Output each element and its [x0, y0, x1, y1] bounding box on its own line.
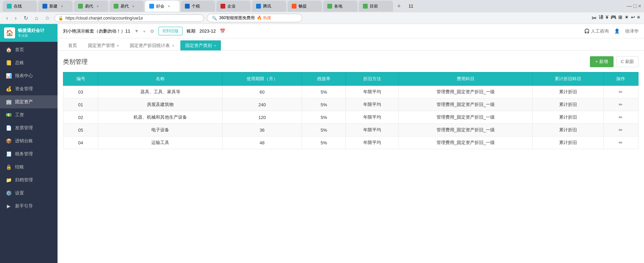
- new-tab-button[interactable]: +: [394, 3, 404, 10]
- maximize-button[interactable]: □: [633, 3, 637, 9]
- tab-fixed-assets-mgmt[interactable]: 固定资产管理 ×: [83, 40, 124, 50]
- edit-icon-3[interactable]: ✏: [619, 127, 623, 133]
- yuan-icon[interactable]: ¥: [606, 14, 608, 22]
- browser-tab-1[interactable]: 在线: [3, 1, 37, 12]
- sidebar-item-funds[interactable]: 💰 资金管理: [0, 82, 58, 95]
- close-window-button[interactable]: ×: [638, 3, 641, 9]
- browser-tab-11[interactable]: 目前: [359, 1, 393, 12]
- payroll-icon: 💵: [5, 112, 12, 118]
- table-row: 02 机器、机械和其他生产设备 120 5% 年限平均 管理费用_固定资产折旧_…: [63, 111, 639, 124]
- sidebar-item-fixed-assets[interactable]: 🏢 固定资产: [0, 95, 58, 108]
- tab-close-depreciation-table[interactable]: ×: [172, 44, 174, 48]
- cell-period-0: 60: [222, 86, 302, 98]
- browser-tab-close-3[interactable]: ×: [97, 4, 99, 8]
- period-label: 账期: [187, 28, 195, 34]
- browser-tab-4[interactable]: 易代 ×: [110, 1, 144, 12]
- undo-icon[interactable]: ↩: [631, 14, 635, 22]
- cell-action-0[interactable]: ✏: [603, 86, 638, 98]
- bookmark-button[interactable]: ☆: [43, 14, 52, 22]
- cell-residual-1: 5%: [302, 98, 346, 111]
- forward-button[interactable]: ›: [13, 14, 18, 22]
- minimize-button[interactable]: —: [627, 3, 632, 9]
- cell-accum-0: 累计折旧: [533, 86, 603, 98]
- browser-tab-2[interactable]: 新建 ×: [38, 1, 73, 12]
- sidebar-item-reports[interactable]: 📊 报表中心: [0, 69, 58, 82]
- cell-action-3[interactable]: ✏: [603, 124, 638, 136]
- tab-close-fixed-assets-mgmt[interactable]: ×: [117, 44, 119, 48]
- home-button[interactable]: ⌂: [33, 14, 40, 22]
- sidebar-item-home[interactable]: 🏠 首页: [0, 43, 58, 56]
- browser-tab-close-4[interactable]: ×: [132, 4, 134, 8]
- header-left: 刘小艳演示账套（勿删勿动！）11 ▼ + ⚙ 切到旧版 账期 2023-12 📅: [63, 27, 225, 35]
- game-icon[interactable]: 🎮: [610, 14, 616, 22]
- edit-icon-2[interactable]: ✏: [619, 115, 623, 120]
- sidebar-item-settings[interactable]: ⚙️ 设置: [0, 187, 58, 200]
- page-tabs-bar: 首页 固定资产管理 × 固定资产折旧统计表 × 固定资产类别 ×: [58, 38, 644, 51]
- cell-code-4[interactable]: 04: [63, 136, 98, 149]
- table-row: 03 器具、工具、家具等 60 5% 年限平均 管理费用_固定资产折旧_一级 累…: [63, 86, 639, 98]
- scissors-icon[interactable]: ✂: [592, 14, 597, 22]
- menu-icon[interactable]: ≡: [637, 14, 640, 22]
- edit-icon-1[interactable]: ✏: [619, 102, 623, 107]
- edit-icon-4[interactable]: ✏: [619, 140, 623, 145]
- tab-close-asset-category[interactable]: ×: [214, 44, 216, 48]
- cell-expense-4: 管理费用_固定资产折旧_一级: [399, 136, 533, 149]
- cell-code-1[interactable]: 01: [63, 98, 98, 111]
- page-title: 类别管理: [63, 58, 88, 66]
- sidebar-item-invoice[interactable]: 📄 发票管理: [0, 121, 58, 134]
- cell-expense-0: 管理费用_固定资产折旧_一级: [399, 86, 533, 98]
- ledger-icon: 📒: [5, 60, 12, 66]
- table-row: 01 房屋及建筑物 240 5% 年限平均 管理费用_固定资产折旧_一级 累计折…: [63, 98, 639, 111]
- cell-expense-1: 管理费用_固定资产折旧_一级: [399, 98, 533, 111]
- sidebar-nav: 🏠 首页 📒 总账 📊 报表中心 💰 资金管理 🏢 固定资产 💵 工资: [0, 42, 58, 263]
- consult-button[interactable]: 🎧 人工咨询: [584, 28, 609, 34]
- edit-icon-0[interactable]: ✏: [619, 89, 623, 95]
- sidebar-item-inventory[interactable]: 📦 进销台账: [0, 134, 58, 147]
- browser-tab-7[interactable]: 企业: [216, 1, 251, 12]
- browser-tab-8[interactable]: 腾讯: [252, 1, 286, 12]
- add-button[interactable]: + 新增: [590, 56, 614, 67]
- sidebar-item-ledger[interactable]: 📒 总账: [0, 56, 58, 69]
- calendar-icon[interactable]: 📅: [220, 28, 225, 34]
- header-add-button[interactable]: +: [143, 28, 146, 34]
- url-display[interactable]: https://cloud.chanjet.com/accounting/uw1…: [65, 16, 143, 21]
- switch-version-button[interactable]: 切到旧版: [159, 27, 182, 35]
- sun-icon[interactable]: ☀: [624, 14, 629, 22]
- cell-name-4: 运输工具: [98, 136, 223, 149]
- tab-asset-category[interactable]: 固定资产类别 ×: [180, 40, 221, 50]
- browser-tab-close-5[interactable]: ×: [168, 4, 170, 8]
- cell-action-2[interactable]: ✏: [603, 111, 638, 124]
- reload-button[interactable]: ↻: [22, 14, 30, 22]
- browser-tab-close-2[interactable]: ×: [61, 4, 63, 8]
- toolbar: + 新增 C 刷新: [590, 56, 639, 67]
- tab-home[interactable]: 首页: [63, 40, 82, 50]
- sidebar-item-closing[interactable]: 🔒 结账: [0, 160, 58, 174]
- cell-action-1[interactable]: ✏: [603, 98, 638, 111]
- browser-tab-10[interactable]: 各地: [323, 1, 357, 12]
- grid-icon[interactable]: ⊞: [618, 14, 622, 22]
- browser-tabs-bar: 在线 新建 × 易代 × 易代 × 好会 × 个税 企业 腾讯 畅提 各地: [0, 0, 644, 12]
- cell-code-2[interactable]: 02: [63, 111, 98, 124]
- cell-accum-1: 累计折旧: [533, 98, 603, 111]
- sidebar-item-archive[interactable]: 📁 归档管理: [0, 174, 58, 187]
- guide-icon: ▶: [5, 203, 12, 209]
- back-button[interactable]: ‹: [4, 14, 10, 22]
- col-header-name: 名称: [98, 72, 223, 86]
- tab-count-badge: 11: [406, 3, 416, 9]
- sidebar-item-payroll[interactable]: 💵 工资: [0, 108, 58, 121]
- browser-tab-9[interactable]: 畅提: [288, 1, 322, 12]
- sidebar-item-tax[interactable]: 🧾 税务管理: [0, 147, 58, 160]
- header-settings-button[interactable]: ⚙: [150, 28, 154, 34]
- translate-icon[interactable]: 译: [599, 14, 604, 22]
- browser-tab-3[interactable]: 易代 ×: [74, 1, 108, 12]
- settings-icon: ⚙️: [5, 190, 12, 196]
- cell-residual-4: 5%: [302, 136, 346, 149]
- cell-code-3[interactable]: 05: [63, 124, 98, 136]
- tab-depreciation-table[interactable]: 固定资产折旧统计表 ×: [125, 40, 179, 50]
- cell-action-4[interactable]: ✏: [603, 136, 638, 149]
- cell-code-0[interactable]: 03: [63, 86, 98, 98]
- refresh-button[interactable]: C 刷新: [616, 56, 639, 67]
- browser-tab-6[interactable]: 个税: [181, 1, 215, 12]
- browser-tab-5[interactable]: 好会 ×: [145, 1, 179, 12]
- sidebar-item-guide[interactable]: ▶ 新手引导: [0, 200, 58, 213]
